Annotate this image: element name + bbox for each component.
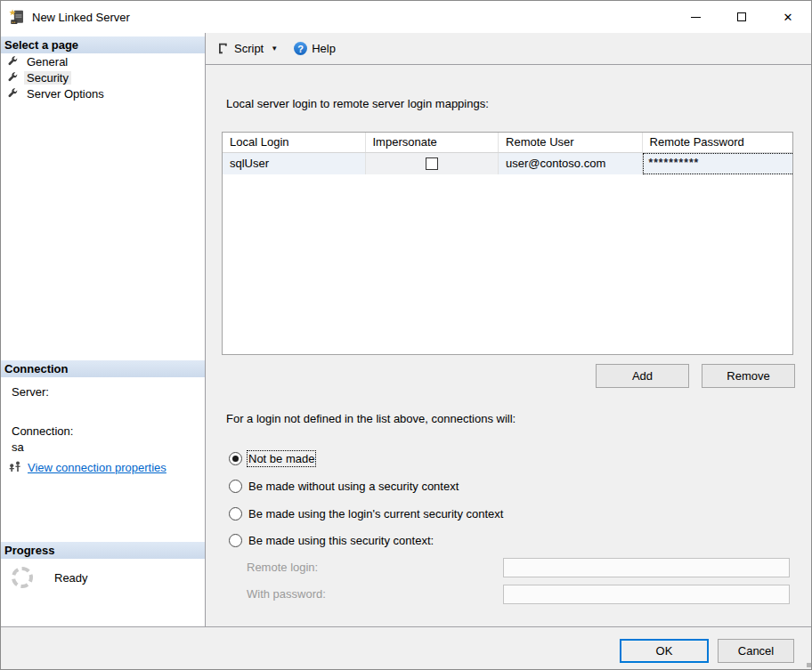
connection-properties-icon xyxy=(8,460,22,474)
connection-value: sa xyxy=(12,440,24,454)
script-label: Script xyxy=(234,42,264,55)
close-button[interactable]: ✕ xyxy=(765,1,811,33)
progress-status: Ready xyxy=(54,571,88,585)
window-title: New Linked Server xyxy=(32,11,130,24)
wrench-icon xyxy=(7,72,19,84)
cell-remote-user[interactable]: user@contoso.com xyxy=(499,153,643,174)
column-header-impersonate[interactable]: Impersonate xyxy=(366,133,499,152)
script-icon xyxy=(216,42,230,55)
option-label: Be made using this security context: xyxy=(248,534,434,547)
option-label: Be made using the login's current securi… xyxy=(248,507,503,521)
maximize-icon xyxy=(737,12,746,21)
sidebar-item-general[interactable]: General xyxy=(1,53,205,69)
help-button[interactable]: ? Help xyxy=(281,39,339,58)
with-password-label: With password: xyxy=(247,585,326,604)
wrench-icon xyxy=(7,56,19,68)
title-bar: New Linked Server ✕ xyxy=(1,1,811,33)
security-page-content: Local server login to remote server logi… xyxy=(206,65,811,628)
remove-button[interactable]: Remove xyxy=(702,364,795,388)
remote-login-label: Remote login: xyxy=(247,558,318,577)
maximize-button[interactable] xyxy=(719,1,765,33)
radio-icon[interactable] xyxy=(229,452,242,465)
view-connection-properties-link[interactable]: View connection properties xyxy=(28,461,166,474)
new-linked-server-dialog: New Linked Server ✕ Select a page Genera… xyxy=(0,0,812,670)
grid-header-row: Local Login Impersonate Remote User Remo… xyxy=(223,133,792,153)
page-list: General Security Server Options xyxy=(1,53,205,101)
sidebar-item-server-options[interactable]: Server Options xyxy=(1,85,205,101)
radio-icon[interactable] xyxy=(229,534,242,547)
connection-header: Connection xyxy=(1,360,205,377)
add-button[interactable]: Add xyxy=(596,364,689,388)
column-header-remote-password[interactable]: Remote Password xyxy=(643,133,792,152)
connection-properties-row: View connection properties xyxy=(8,460,166,474)
remote-login-field[interactable] xyxy=(503,558,790,577)
dialog-body: Select a page General Security Server Op… xyxy=(1,33,811,628)
wrench-icon xyxy=(7,88,19,100)
ok-button[interactable]: OK xyxy=(620,639,709,663)
help-icon: ? xyxy=(294,42,307,55)
table-row: sqlUser user@contoso.com ********** xyxy=(223,153,792,174)
progress-spinner-icon xyxy=(12,567,33,588)
option-row-not-be-made[interactable]: Not be made xyxy=(229,452,314,465)
cell-impersonate xyxy=(366,153,499,174)
radio-icon[interactable] xyxy=(229,507,242,521)
resize-grip[interactable] xyxy=(807,663,811,667)
option-label: Not be made xyxy=(248,452,314,465)
cell-local-login[interactable]: sqlUser xyxy=(223,153,366,174)
cell-remote-password[interactable]: ********** xyxy=(643,153,792,174)
mappings-label: Local server login to remote server logi… xyxy=(226,97,489,110)
minimize-icon xyxy=(691,17,701,18)
select-a-page-header: Select a page xyxy=(1,36,205,53)
close-icon: ✕ xyxy=(784,12,793,23)
sidebar-item-label: General xyxy=(24,55,70,69)
radio-icon[interactable] xyxy=(229,480,242,493)
linked-server-icon xyxy=(9,9,25,25)
column-header-local-login[interactable]: Local Login xyxy=(223,133,366,152)
sidebar: Select a page General Security Server Op… xyxy=(1,33,206,628)
column-header-remote-user[interactable]: Remote User xyxy=(499,133,643,152)
cancel-button[interactable]: Cancel xyxy=(718,639,794,663)
minimize-button[interactable] xyxy=(672,1,719,33)
sidebar-item-security[interactable]: Security xyxy=(1,69,205,85)
option-row-without-security-context[interactable]: Be made without using a security context xyxy=(229,480,459,493)
script-dropdown-icon[interactable]: ▼ xyxy=(271,44,278,52)
server-label: Server: xyxy=(12,385,49,399)
main-panel: Script ▼ ? Help Local server login to re… xyxy=(206,33,811,628)
progress-header: Progress xyxy=(1,542,205,559)
fallback-connections-label: For a login not defined in the list abov… xyxy=(226,412,516,425)
help-label: Help xyxy=(312,42,336,55)
connection-label: Connection: xyxy=(12,424,73,438)
window-controls: ✕ xyxy=(672,1,811,33)
option-row-current-security-context[interactable]: Be made using the login's current securi… xyxy=(229,507,503,521)
footer-bar: OK Cancel xyxy=(1,626,812,669)
script-button[interactable]: Script ▼ xyxy=(213,39,281,58)
option-label: Be made without using a security context xyxy=(248,480,459,493)
sidebar-item-label: Server Options xyxy=(24,87,107,101)
impersonate-checkbox[interactable] xyxy=(426,157,438,170)
sidebar-item-label: Security xyxy=(24,71,71,85)
login-mappings-grid[interactable]: Local Login Impersonate Remote User Remo… xyxy=(222,132,793,355)
progress-row: Ready xyxy=(12,567,88,588)
with-password-field[interactable] xyxy=(503,585,790,604)
option-row-this-security-context[interactable]: Be made using this security context: xyxy=(229,534,434,547)
toolbar: Script ▼ ? Help xyxy=(206,33,811,65)
